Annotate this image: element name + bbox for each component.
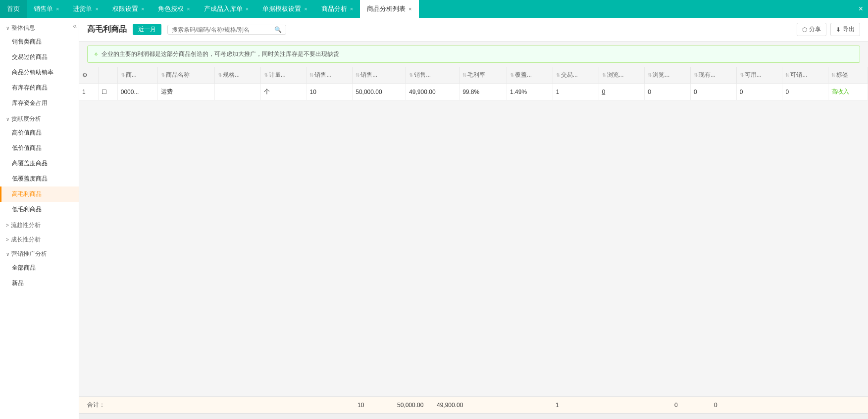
horizontal-scrollbar[interactable] — [79, 413, 868, 419]
footer-cell-0 — [117, 402, 156, 409]
table-container: ⚙⇅商...⇅商品名称⇅规格...⇅计量...⇅销售...⇅销售...⇅销售..… — [79, 67, 868, 396]
cell-spec — [215, 84, 261, 100]
group-arrow: > — [6, 223, 9, 228]
sidebar-item-全部商品[interactable]: 全部商品 — [0, 260, 79, 276]
nav-close-icon[interactable]: × — [304, 6, 307, 12]
col-header-sales1[interactable]: ⇅销售... — [306, 67, 353, 84]
col-header-cover[interactable]: ⇅覆盖... — [507, 67, 553, 84]
close-all-button[interactable]: × — [859, 4, 863, 13]
data-table: ⚙⇅商...⇅商品名称⇅规格...⇅计量...⇅销售...⇅销售...⇅销售..… — [79, 67, 868, 100]
col-label: ⚙ — [82, 72, 88, 79]
col-label: 计量... — [269, 71, 286, 79]
cell-checkbox: ☐ — [98, 84, 117, 100]
nav-item-权限设置[interactable]: 权限设置× — [105, 0, 151, 18]
col-header-grossRate[interactable]: ⇅毛利率 — [460, 67, 507, 84]
nav-close-icon[interactable]: × — [408, 6, 411, 12]
col-header-name[interactable]: ⇅商品名称 — [157, 67, 214, 84]
cell-tag[interactable]: 高收入 — [828, 84, 868, 100]
sidebar-group-流趋性分析[interactable]: >流趋性分析 — [0, 217, 79, 232]
col-header-sales3[interactable]: ⇅销售... — [406, 67, 460, 84]
content-area: 高毛利商品 近一月 🔍 ⬡ 分享 ⬇ 导出 ✧ 企业的主要的利润都是这部分商品创… — [79, 18, 868, 419]
nav-item-销售单[interactable]: 销售单× — [27, 0, 66, 18]
nav-item-首页[interactable]: 首页 — [0, 0, 27, 18]
sidebar-item-低覆盖度商品[interactable]: 低覆盖度商品 — [0, 171, 79, 186]
col-header-unit[interactable]: ⇅计量... — [260, 67, 306, 84]
col-label: 销售... — [414, 71, 431, 79]
nav-close-icon[interactable]: × — [246, 6, 249, 12]
footer-label: 合计： — [87, 401, 117, 409]
col-header-tag[interactable]: ⇅标签 — [828, 67, 868, 84]
footer-cell-7: 50,000.00 — [394, 402, 434, 409]
search-icon[interactable]: 🔍 — [274, 26, 282, 33]
nav-item-产成品入库单[interactable]: 产成品入库单× — [197, 0, 255, 18]
share-button[interactable]: ⬡ 分享 — [797, 23, 826, 36]
nav-close-icon[interactable]: × — [350, 6, 353, 12]
nav-item-商品分析列表[interactable]: 商品分析列表× — [360, 0, 418, 18]
nav-close-icon[interactable]: × — [56, 6, 59, 12]
col-header-saleable[interactable]: ⇅可销... — [782, 67, 828, 84]
col-sort-icon: ⇅ — [309, 72, 313, 78]
sidebar-item-新品[interactable]: 新品 — [0, 276, 79, 291]
nav-item-商品分析[interactable]: 商品分析× — [314, 0, 360, 18]
sidebar-item-交易过的商品[interactable]: 交易过的商品 — [0, 49, 79, 65]
nav-item-单据模板设置[interactable]: 单据模板设置× — [255, 0, 314, 18]
sidebar-item-低毛利商品[interactable]: 低毛利商品 — [0, 202, 79, 217]
cell-browse2: 0 — [645, 84, 691, 100]
cell-browse1[interactable]: 0 — [599, 84, 645, 100]
export-icon: ⬇ — [836, 26, 841, 33]
cell-trade: 1 — [553, 84, 599, 100]
cell-current: 0 — [690, 84, 736, 100]
col-label: 规格... — [223, 71, 240, 79]
col-header-sales2[interactable]: ⇅销售... — [353, 67, 406, 84]
col-header-checkbox[interactable] — [98, 67, 117, 84]
search-input[interactable] — [172, 26, 274, 33]
sidebar-item-有库存的商品[interactable]: 有库存的商品 — [0, 80, 79, 95]
sidebar-item-低价值商品[interactable]: 低价值商品 — [0, 140, 79, 156]
col-sort-icon: ⇅ — [356, 72, 359, 78]
footer-cell-17 — [790, 402, 830, 409]
sidebar-group-贡献度分析[interactable]: ∨贡献度分析 — [0, 111, 79, 125]
col-header-available[interactable]: ⇅可用... — [736, 67, 782, 84]
nav-close-icon[interactable]: × — [187, 6, 190, 12]
share-icon: ⬡ — [802, 26, 807, 33]
sidebar-item-销售类商品[interactable]: 销售类商品 — [0, 34, 79, 49]
col-label: 浏览... — [607, 71, 624, 79]
sidebar-collapse-button[interactable]: « — [73, 22, 77, 30]
col-header-browse1[interactable]: ⇅浏览... — [599, 67, 645, 84]
col-header-trade[interactable]: ⇅交易... — [553, 67, 599, 84]
main-layout: « ∨整体信息销售类商品交易过的商品商品分销助销率有库存的商品库存资金占用∨贡献… — [0, 18, 868, 419]
nav-close-icon[interactable]: × — [141, 6, 144, 12]
sidebar-group-整体信息[interactable]: ∨整体信息 — [0, 20, 79, 34]
col-sort-icon: ⇅ — [462, 72, 466, 78]
filter-recent-month[interactable]: 近一月 — [133, 24, 161, 35]
sidebar-item-商品分销助销率[interactable]: 商品分销助销率 — [0, 65, 79, 80]
table-row: 1☐0000...运费个1050,000.0049,900.0099.8%1.4… — [79, 84, 868, 100]
col-sort-icon: ⇅ — [409, 72, 413, 78]
footer-cell-12 — [592, 402, 632, 409]
sidebar-group-营销推广分析[interactable]: ∨营销推广分析 — [0, 246, 79, 260]
sidebar-item-库存资金占用[interactable]: 库存资金占用 — [0, 95, 79, 111]
cell-sales1: 10 — [306, 84, 353, 100]
col-label: 现有... — [699, 71, 715, 79]
sidebar-item-高价值商品[interactable]: 高价值商品 — [0, 125, 79, 140]
col-header-browse2[interactable]: ⇅浏览... — [645, 67, 691, 84]
sidebar-item-高覆盖度商品[interactable]: 高覆盖度商品 — [0, 156, 79, 171]
group-title: 成长性分析 — [11, 235, 41, 244]
footer-cell-10 — [513, 402, 553, 409]
col-header-spec[interactable]: ⇅规格... — [215, 67, 261, 84]
nav-item-进货单[interactable]: 进货单× — [66, 0, 105, 18]
col-header-current[interactable]: ⇅现有... — [690, 67, 736, 84]
nav-close-icon[interactable]: × — [95, 6, 98, 12]
sidebar-item-高毛利商品[interactable]: 高毛利商品 — [0, 186, 79, 202]
sidebar-group-成长性分析[interactable]: >成长性分析 — [0, 232, 79, 246]
col-header-code[interactable]: ⇅商... — [117, 67, 157, 84]
cell-unit: 个 — [260, 84, 306, 100]
col-sort-icon: ⇅ — [831, 72, 835, 78]
col-label: 可用... — [745, 71, 762, 79]
col-sort-icon: ⇅ — [218, 72, 222, 78]
nav-item-角色授权[interactable]: 角色授权× — [151, 0, 197, 18]
col-header-settings[interactable]: ⚙ — [79, 67, 98, 84]
cell-available: 0 — [736, 84, 782, 100]
export-button[interactable]: ⬇ 导出 — [830, 23, 860, 36]
col-label: 标签 — [836, 71, 848, 79]
